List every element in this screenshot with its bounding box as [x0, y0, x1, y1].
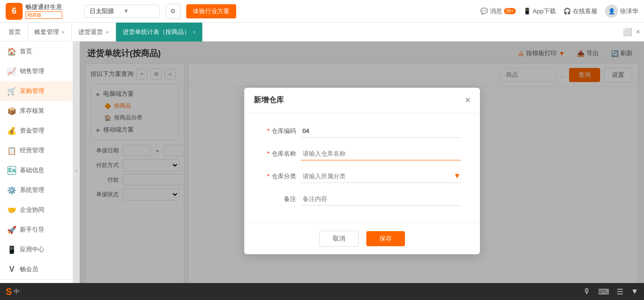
form-row-remark: 备注 — [263, 192, 461, 206]
warehouse-remark-input[interactable] — [301, 192, 461, 206]
form-label-name: 仓库名称 — [263, 150, 301, 158]
basic-info-icon: Ea — [8, 166, 16, 175]
avatar: 👤 — [605, 5, 618, 18]
trial-button[interactable]: 体验行业方案 — [186, 4, 236, 18]
sidebar-item-cooperation[interactable]: 🤝 企业协同 — [0, 200, 73, 220]
modal-close-button[interactable]: × — [465, 96, 471, 104]
sidebar-item-inventory[interactable]: 📦 库存核算 — [0, 101, 73, 121]
sidebar-item-operation-label: 经营管理 — [20, 146, 44, 155]
cooperation-icon: 🤝 — [8, 206, 16, 214]
settings-gear-button[interactable]: ⚙ — [165, 4, 181, 19]
messages-badge: 99+ — [504, 8, 516, 14]
sidebar: 🏠 首页 📈 销售管理 🛒 采购管理 📦 库存核算 💰 资金管理 📋 经营管理 … — [0, 42, 73, 300]
tab-purchase-return[interactable]: 进货退货 × — [72, 23, 116, 42]
sidebar-item-purchase-label: 采购管理 — [20, 87, 44, 95]
app-badge: 精易版 — [25, 11, 62, 19]
sidebar-item-home[interactable]: 🏠 首页 — [0, 42, 73, 61]
sidebar-item-inventory-label: 库存核算 — [20, 107, 44, 115]
app-download-label: App下载 — [533, 7, 556, 16]
sidebar-item-finance-label: 资金管理 — [20, 126, 44, 135]
form-row-category: 仓库分类 ▼ — [263, 170, 461, 183]
top-nav: 6 畅捷通好生意 精易版 日太阳膜 ▼ ⚙ 体验行业方案 💬 消息 99+ 📱 … — [0, 0, 644, 23]
bottom-dropdown-icon[interactable]: ▼ — [631, 287, 638, 296]
message-icon: 💬 — [480, 8, 488, 15]
form-label-category: 仓库分类 — [263, 172, 301, 181]
online-service-label: 在线客服 — [573, 7, 597, 16]
tab-purchase-return-close[interactable]: × — [106, 29, 108, 35]
purchase-icon: 🛒 — [8, 87, 16, 95]
category-dropdown-arrow: ▼ — [454, 172, 461, 180]
window-restore-button[interactable]: ⬜ — [623, 27, 632, 36]
app-logo-icon: 6 — [6, 3, 23, 20]
sidebar-item-purchase[interactable]: 🛒 采购管理 — [0, 81, 73, 101]
home-icon: 🏠 — [8, 47, 16, 56]
apps-icon: 📱 — [8, 245, 16, 254]
operation-icon: 📋 — [8, 146, 16, 155]
warehouse-category-input[interactable] — [301, 170, 454, 183]
form-row-code: 仓库编码 — [263, 125, 461, 138]
bottom-logo: S 中· — [6, 286, 21, 297]
logo-area: 6 畅捷通好生意 精易版 — [6, 3, 79, 20]
cancel-button[interactable]: 取消 — [319, 231, 359, 247]
online-service-button[interactable]: 🎧 在线客服 — [563, 7, 597, 16]
warehouse-code-input[interactable] — [301, 125, 461, 138]
guide-icon: 🚀 — [8, 225, 16, 234]
store-selector[interactable]: 日太阳膜 ▼ — [84, 5, 160, 18]
warehouse-name-input[interactable] — [301, 147, 461, 160]
messages-button[interactable]: 💬 消息 99+ — [480, 7, 516, 16]
top-nav-right: 💬 消息 99+ 📱 App下载 🎧 在线客服 👤 徐泽华 — [480, 5, 638, 18]
bottom-mic-icon[interactable]: 🎙 — [583, 287, 591, 296]
inventory-icon: 📦 — [8, 107, 16, 115]
main-layout: 🏠 首页 📈 销售管理 🛒 采购管理 📦 库存核算 💰 资金管理 📋 经营管理 … — [0, 42, 644, 300]
sidebar-item-sales-label: 销售管理 — [20, 67, 44, 75]
sidebar-item-cooperation-label: 企业协同 — [20, 206, 44, 214]
sidebar-item-system[interactable]: ⚙️ 系统管理 — [0, 180, 73, 200]
tab-account[interactable]: 账套管理 × — [28, 23, 72, 42]
bottom-menu-icon[interactable]: ☰ — [617, 287, 623, 296]
sidebar-item-system-label: 系统管理 — [20, 186, 44, 194]
phone-icon: 📱 — [523, 8, 531, 15]
sidebar-item-apps[interactable]: 📱 应用中心 — [0, 240, 73, 259]
window-close-button[interactable]: × — [636, 28, 640, 36]
bottom-icons: 🎙 ⌨ ☰ ▼ — [583, 287, 638, 296]
gear-icon: ⚙ — [170, 8, 176, 15]
tab-purchase-stats[interactable]: 进货单统计表（按商品） × — [116, 23, 203, 42]
sidebar-item-guide-label: 新手引导 — [20, 225, 44, 234]
tab-purchase-stats-close[interactable]: × — [193, 29, 196, 35]
tab-account-close[interactable]: × — [62, 29, 65, 35]
headset-icon: 🎧 — [563, 8, 571, 15]
member-icon: V — [8, 265, 16, 274]
messages-label: 消息 — [490, 7, 502, 16]
tab-account-label: 账套管理 — [34, 28, 59, 36]
tab-home-label: 首页 — [8, 28, 21, 36]
tab-home[interactable]: 首页 — [2, 23, 28, 42]
sidebar-item-finance[interactable]: 💰 资金管理 — [0, 121, 73, 141]
sidebar-item-sales[interactable]: 📈 销售管理 — [0, 61, 73, 81]
sales-icon: 📈 — [8, 67, 16, 75]
modal-overlay: 新增仓库 × 仓库编码 仓库名称 仓库 — [80, 42, 644, 300]
modal-title: 新增仓库 — [254, 95, 284, 105]
bottom-bar: S 中· 🎙 ⌨ ☰ ▼ — [0, 283, 644, 300]
app-name: 畅捷通好生意 — [25, 3, 62, 11]
warehouse-category-select[interactable]: ▼ — [301, 170, 461, 183]
sidebar-item-basic-info-label: 基础信息 — [20, 166, 44, 175]
tab-bar-controls: ⬜ × — [623, 27, 644, 36]
user-profile[interactable]: 👤 徐泽华 — [605, 5, 638, 18]
sidebar-item-guide[interactable]: 🚀 新手引导 — [0, 220, 73, 240]
finance-icon: 💰 — [8, 126, 16, 135]
bottom-keyboard-icon[interactable]: ⌨ — [598, 287, 609, 296]
sidebar-collapse-button[interactable]: ‹ — [73, 42, 80, 300]
content-area: 进货单统计(按商品) 🖨 按模板打印 ▼ 📤 导出 🔄 刷新 — [80, 42, 644, 300]
save-button[interactable]: 保存 — [366, 231, 405, 246]
sidebar-item-member[interactable]: V 畅会员 — [0, 259, 73, 279]
sidebar-item-operation[interactable]: 📋 经营管理 — [0, 141, 73, 160]
tab-purchase-return-label: 进货退货 — [78, 28, 103, 36]
app-download-button[interactable]: 📱 App下载 — [523, 7, 556, 16]
modal-body: 仓库编码 仓库名称 仓库分类 ▼ — [244, 113, 480, 223]
sidebar-item-basic-info[interactable]: Ea 基础信息 — [0, 160, 73, 180]
sidebar-item-apps-label: 应用中心 — [20, 245, 44, 254]
store-name: 日太阳膜 — [90, 7, 121, 16]
store-selector-arrow: ▼ — [123, 8, 155, 15]
system-icon: ⚙️ — [8, 186, 16, 194]
sidebar-item-home-label: 首页 — [20, 47, 32, 56]
